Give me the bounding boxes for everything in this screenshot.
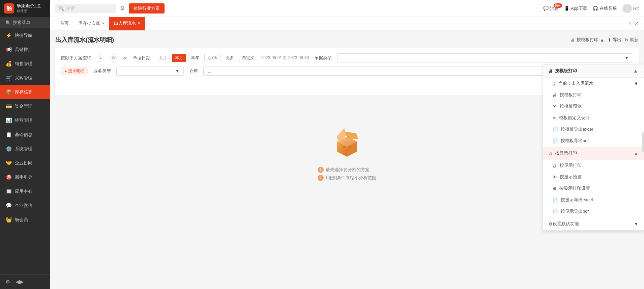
empty-illustration bbox=[330, 126, 364, 160]
search-icon: 🔍 bbox=[5, 20, 11, 25]
dropdown-display-pdf[interactable]: 📄 按显示导出pdf bbox=[543, 206, 644, 217]
sidebar-item-shortcuts[interactable]: ⚡ 快捷导航 bbox=[0, 28, 50, 43]
dropdown-header: 🖨 按模板打印 ▲ bbox=[543, 64, 644, 78]
sidebar-item-weixin[interactable]: 💬 企业微信 bbox=[0, 199, 50, 213]
date-btn-more[interactable]: 更多 bbox=[223, 54, 237, 62]
warehouse-label: 仓库 bbox=[189, 68, 198, 74]
date-btn-this-month[interactable]: 本月 bbox=[172, 54, 186, 62]
dropdown-template-preview[interactable]: 👁 按模板预览 bbox=[543, 101, 644, 112]
item-label: 按模板打印 bbox=[560, 92, 582, 98]
print-icon: 🖨 bbox=[549, 69, 553, 74]
basics-icon: 📋 bbox=[5, 132, 12, 138]
template-section: 🖨 按模板打印 👁 按模板预览 ✏ 模板自定义设计 📄 按模板导出excel 📄 bbox=[543, 89, 644, 147]
chevron-up-icon[interactable]: ▲ bbox=[633, 68, 638, 74]
date-btn-custom[interactable]: 自定义 bbox=[239, 54, 257, 62]
chevron-down-icon: ▼ bbox=[175, 69, 179, 74]
avatar bbox=[622, 4, 632, 13]
user-avatar-item[interactable]: Rit bbox=[622, 4, 639, 13]
filter-settings-button[interactable]: ⚙ bbox=[110, 54, 117, 62]
export-button[interactable]: ⬆ 导出 bbox=[608, 37, 621, 43]
pdf-icon: 📄 bbox=[553, 209, 558, 214]
main-content: 🔍 搜索 ⚙ 体验行业方案 💬 消息 99+ 📱 App下载 🎧 在线客服 Ri… bbox=[50, 0, 644, 289]
tabs-right: × ⤢ bbox=[628, 20, 639, 27]
app-download-item[interactable]: 📱 App下载 bbox=[564, 5, 587, 11]
svg-point-5 bbox=[343, 146, 345, 148]
tab-expand-button[interactable]: ⤢ bbox=[634, 20, 639, 27]
doc-type-select[interactable]: ▼ bbox=[337, 53, 633, 62]
tab-close-icon[interactable]: × bbox=[102, 21, 105, 26]
tabs-bar: 首页 库存批次账 × 出入库流水 × × ⤢ bbox=[50, 17, 644, 30]
sidebar-item-operations[interactable]: 📊 经营管理 bbox=[0, 113, 50, 128]
sidebar-item-appstore[interactable]: 🔲 应用中心 bbox=[0, 184, 50, 199]
system-icon: ⚙️ bbox=[5, 146, 12, 152]
cooperation-icon: 🤝 bbox=[5, 160, 12, 166]
settings-icon: ⚙ bbox=[553, 186, 557, 191]
collapse-filters-icon[interactable]: ≪ bbox=[122, 55, 127, 61]
business-type-select[interactable]: ▼ bbox=[116, 67, 184, 76]
industry-button[interactable]: 体验行业方案 bbox=[129, 3, 165, 14]
tab-batch[interactable]: 库存批次账 × bbox=[74, 17, 109, 30]
tab-close-icon[interactable]: × bbox=[138, 21, 140, 26]
display-section-header[interactable]: 🖨 按显示打印 ▲ bbox=[543, 147, 644, 160]
add-filter-button[interactable]: + bbox=[97, 54, 104, 62]
dropdown-display-print[interactable]: 🖨 按显示打印 bbox=[543, 160, 644, 171]
sidebar-item-label: 经营管理 bbox=[15, 117, 32, 124]
chevron-down-icon: ▼ bbox=[634, 81, 638, 86]
refresh-button[interactable]: ↻ 刷新 bbox=[625, 37, 639, 43]
dropdown-footer[interactable]: ⚙ 设置默认功能 ▼ bbox=[543, 217, 644, 230]
print-template-button[interactable]: 🖨 按模板打印 ▲ bbox=[571, 37, 604, 43]
date-btn-this-year[interactable]: 本年 bbox=[188, 54, 202, 62]
dropdown-display-excel[interactable]: 📄 按显示导出excel bbox=[543, 194, 644, 206]
filter-tag-flow[interactable]: ● 流水明细 bbox=[61, 67, 88, 75]
sidebar-item-marketing[interactable]: 📢 营销推广 bbox=[0, 43, 50, 57]
sidebar-item-cooperation[interactable]: 🤝 企业协同 bbox=[0, 156, 50, 170]
sales-icon: 💰 bbox=[5, 61, 12, 67]
display-section-title: 按显示打印 bbox=[555, 150, 577, 156]
preview-icon: 👁 bbox=[553, 104, 557, 109]
tab-flow[interactable]: 出入库流水 × bbox=[109, 17, 145, 30]
settings-icon[interactable]: ⚙ bbox=[5, 279, 10, 285]
message-item[interactable]: 💬 消息 99+ bbox=[543, 5, 559, 11]
collapse-icon[interactable]: ◀▶ bbox=[16, 279, 24, 285]
sidebar-item-label: 库存核算 bbox=[15, 89, 32, 95]
dropdown-current-label: 当前：出入库流水 bbox=[558, 80, 593, 86]
sidebar-search[interactable]: 🔍 搜索菜单 bbox=[0, 17, 50, 28]
warehouse-select[interactable]: ... bbox=[203, 67, 598, 76]
user-name: Rit bbox=[633, 6, 639, 11]
printer-icon: 🖨 bbox=[551, 81, 556, 86]
item-label: 按显示打印 bbox=[560, 162, 582, 168]
date-btn-7days[interactable]: 近7天 bbox=[204, 54, 221, 62]
dropdown-display-settings[interactable]: ⚙ 按显示打印设置 bbox=[543, 183, 644, 194]
print-icon: 🖨 bbox=[549, 151, 553, 156]
dropdown-template-print[interactable]: 🖨 按模板打印 bbox=[543, 89, 644, 101]
sidebar-item-inventory[interactable]: 📦 库存核算 bbox=[0, 85, 50, 99]
dropdown-display-preview[interactable]: 👁 按显示预览 bbox=[543, 171, 644, 183]
page-content: 出入库流水(流水明细) 🖨 按模板打印 ▲ ⬆ 导出 ↻ 刷新 bbox=[50, 30, 644, 289]
filter-row-1: 按以下方案查询 + ⚙ ≪ 单据日期 上月 本月 本年 近7天 更多 自定义 2… bbox=[61, 53, 633, 62]
online-service-label: 在线客服 bbox=[599, 5, 617, 11]
settings-gear-icon[interactable]: ⚙ bbox=[120, 5, 125, 11]
dropdown-current-item[interactable]: 🖨 当前：出入库流水 ▼ bbox=[543, 78, 644, 89]
message-icon: 💬 bbox=[543, 6, 549, 11]
header-right: 💬 消息 99+ 📱 App下载 🎧 在线客服 Rit bbox=[543, 4, 639, 13]
sidebar-item-sales[interactable]: 💰 销售管理 bbox=[0, 57, 50, 71]
sidebar-item-label: 新手引导 bbox=[15, 174, 32, 180]
online-service-item[interactable]: 🎧 在线客服 bbox=[593, 5, 617, 11]
sidebar-item-finance[interactable]: 💳 资金管理 bbox=[0, 99, 50, 113]
business-type-label: 业务类型 bbox=[93, 68, 111, 74]
sidebar-item-guide[interactable]: 🎯 新手引导 bbox=[0, 170, 50, 184]
header-search-box[interactable]: 🔍 搜索 bbox=[55, 4, 116, 13]
dropdown-template-design[interactable]: ✏ 模板自定义设计 bbox=[543, 112, 644, 124]
dropdown-template-excel[interactable]: 📄 按模板导出excel bbox=[543, 124, 644, 135]
sidebar-item-system[interactable]: ⚙️ 系统管理 bbox=[0, 142, 50, 156]
sidebar-item-basics[interactable]: 📋 基础信息 bbox=[0, 128, 50, 142]
operations-icon: 📊 bbox=[5, 117, 12, 124]
sidebar-item-member[interactable]: 👑 畅会员 bbox=[0, 213, 50, 227]
tab-close-all-button[interactable]: × bbox=[628, 20, 632, 27]
date-btn-last-month[interactable]: 上月 bbox=[156, 54, 170, 62]
sidebar-item-purchase[interactable]: 🛒 采购管理 bbox=[0, 71, 50, 85]
tab-home[interactable]: 首页 bbox=[55, 17, 74, 30]
finance-icon: 💳 bbox=[5, 103, 12, 109]
item-label: 按显示打印设置 bbox=[559, 185, 590, 191]
dropdown-template-pdf[interactable]: 📄 按模板导出pdf bbox=[543, 135, 644, 147]
